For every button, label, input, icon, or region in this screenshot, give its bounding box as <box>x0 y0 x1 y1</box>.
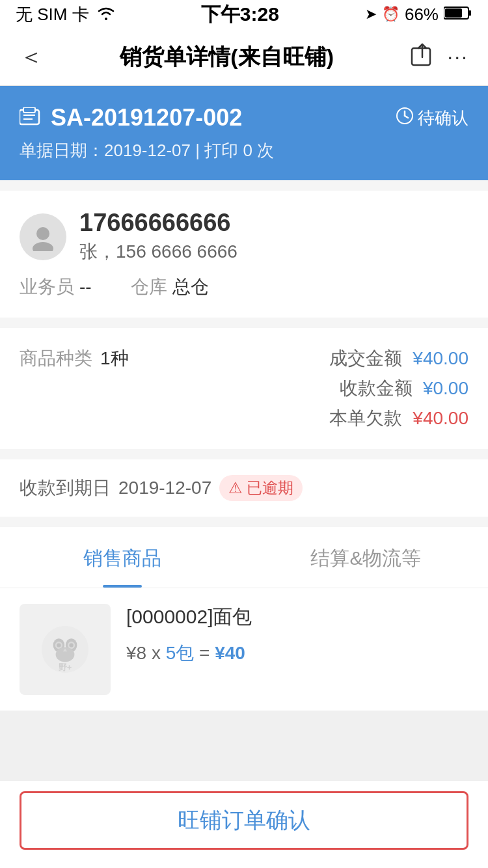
customer-name: 张，156 6666 6666 <box>79 239 237 264</box>
header-card: SA-20191207-002 待确认 单据日期：2019-12-07 | 打印… <box>0 86 488 180</box>
svg-point-20 <box>69 643 73 647</box>
product-type-label: 商品种类 <box>20 346 92 371</box>
order-status: 待确认 <box>396 107 468 129</box>
svg-point-12 <box>36 227 49 240</box>
back-button[interactable]: ＜ <box>20 41 43 73</box>
status-right: ➤ ⏰ 66% <box>365 5 472 25</box>
status-bar: 无 SIM 卡 下午3:28 ➤ ⏰ 66% <box>0 0 488 29</box>
received-amount-label: 收款金额 <box>340 376 413 401</box>
debt-amount-row: 本单欠款 ¥40.00 <box>329 406 468 431</box>
tab-settlement-logistics[interactable]: 结算&物流等 <box>244 527 488 588</box>
svg-rect-3 <box>412 48 430 65</box>
deal-amount-row: 成交金额 ¥40.00 <box>329 346 468 371</box>
sales-value: -- <box>79 277 92 297</box>
nav-bar: ＜ 销货单详情(来自旺铺) ··· <box>0 29 488 86</box>
alarm-icon: ⏰ <box>382 6 400 23</box>
tab-sales-products[interactable]: 销售商品 <box>0 527 244 588</box>
due-date-label: 收款到期日 <box>20 476 111 500</box>
order-meta: 单据日期：2019-12-07 | 打印 0 次 <box>20 139 468 162</box>
product-total: ¥40 <box>215 643 245 663</box>
status-time: 下午3:28 <box>201 1 279 28</box>
carrier-text: 无 SIM 卡 <box>16 3 89 26</box>
warehouse-value: 总仓 <box>172 275 209 299</box>
product-type-value: 1种 <box>100 346 129 371</box>
svg-rect-2 <box>445 8 462 18</box>
due-date-section: 收款到期日 2019-12-07 ⚠ 已逾期 <box>0 459 488 517</box>
bottom-bar: 旺铺订单确认 <box>0 780 488 868</box>
svg-rect-6 <box>23 107 35 113</box>
share-button[interactable] <box>411 43 434 71</box>
location-icon: ➤ <box>365 6 377 23</box>
warehouse-label: 仓库 <box>131 275 167 299</box>
product-price: ¥8 x 5包 = ¥40 <box>126 641 468 666</box>
received-amount-row: 收款金额 ¥0.00 <box>340 376 468 401</box>
order-icon <box>20 104 43 131</box>
overdue-text: 已逾期 <box>247 478 293 498</box>
order-status-text: 待确认 <box>418 107 468 129</box>
product-info: [0000002]面包 ¥8 x 5包 = ¥40 <box>126 604 468 666</box>
svg-rect-1 <box>468 10 471 16</box>
product-name: [0000002]面包 <box>126 604 468 631</box>
equals-sign: = <box>199 643 215 663</box>
battery-text: 66% <box>405 5 439 25</box>
customer-phone: 17666666666 <box>79 209 237 237</box>
nav-title: 销货单详情(来自旺铺) <box>120 42 334 72</box>
product-item: 野+ [0000002]面包 ¥8 x 5包 = ¥40 <box>0 588 488 711</box>
product-qty: 5包 <box>166 643 195 663</box>
debt-amount-label: 本单欠款 <box>329 406 402 431</box>
warning-icon: ⚠ <box>228 479 243 497</box>
status-left: 无 SIM 卡 <box>16 3 115 26</box>
order-id: SA-20191207-002 <box>20 104 242 131</box>
sales-label: 业务员 <box>20 275 74 299</box>
customer-details: 业务员 -- 仓库 总仓 <box>20 275 468 299</box>
svg-line-11 <box>405 116 408 118</box>
deal-amount-value: ¥40.00 <box>413 348 468 369</box>
price-multiply: x <box>152 643 166 663</box>
order-id-text: SA-20191207-002 <box>51 104 242 131</box>
more-button[interactable]: ··· <box>447 45 468 69</box>
customer-section: 17666666666 张，156 6666 6666 业务员 -- 仓库 总仓 <box>0 191 488 318</box>
avatar <box>20 213 66 260</box>
wifi-icon <box>97 5 115 25</box>
price-base: ¥8 <box>126 643 146 663</box>
customer-info: 17666666666 张，156 6666 6666 <box>79 209 237 264</box>
svg-text:野+: 野+ <box>59 662 72 672</box>
due-date-value: 2019-12-07 <box>118 478 211 498</box>
product-image: 野+ <box>20 604 111 695</box>
deal-amount-label: 成交金额 <box>329 346 402 371</box>
svg-point-19 <box>57 643 61 647</box>
received-amount-value: ¥0.00 <box>423 378 468 399</box>
debt-amount-value: ¥40.00 <box>413 408 468 429</box>
svg-point-13 <box>33 242 53 251</box>
overdue-badge: ⚠ 已逾期 <box>219 475 303 501</box>
product-type-row: 商品种类 1种 <box>20 346 129 371</box>
clock-icon <box>396 107 414 129</box>
summary-section: 商品种类 1种 成交金额 ¥40.00 收款金额 ¥0.00 本单欠款 ¥40.… <box>0 328 488 449</box>
confirm-order-button[interactable]: 旺铺订单确认 <box>20 791 468 850</box>
amounts: 成交金额 ¥40.00 收款金额 ¥0.00 本单欠款 ¥40.00 <box>329 346 468 431</box>
battery-icon <box>444 5 472 25</box>
tabs-row: 销售商品 结算&物流等 <box>0 527 488 588</box>
nav-actions: ··· <box>411 43 468 71</box>
